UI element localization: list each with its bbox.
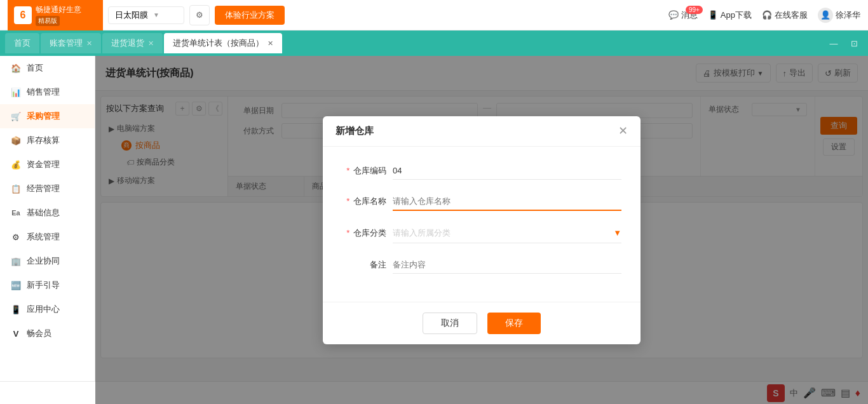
category-select[interactable]: 请输入所属分类 ▼ (393, 224, 621, 243)
purchase-icon: 🛒 (10, 111, 22, 122)
vip-icon: V (10, 328, 22, 339)
cancel-button[interactable]: 取消 (423, 313, 477, 334)
tab-bar: 首页 账套管理 ✕ 进货退货 ✕ 进货单统计表（按商品） ✕ — ⊡ (0, 30, 868, 56)
code-label: * 仓库编码 (342, 165, 393, 177)
inventory-icon: 📦 (10, 135, 22, 146)
sidebar-item-system[interactable]: ⚙ 系统管理 (0, 225, 95, 249)
sidebar-label-app: 应用中心 (27, 304, 60, 315)
headset-icon: 🎧 (762, 10, 772, 20)
operations-icon: 📋 (10, 183, 22, 194)
finance-icon: 💰 (10, 159, 22, 170)
dialog-close-button[interactable]: ✕ (618, 125, 628, 137)
message-button[interactable]: 💬 消息 99+ (668, 10, 698, 21)
sidebar-item-basic-info[interactable]: Ea 基础信息 (0, 201, 95, 225)
tab-minimize-button[interactable]: — (825, 34, 843, 52)
logo-area: 6 畅捷通好生意 精易版 (8, 0, 103, 30)
avatar-icon: 👤 (818, 8, 833, 23)
tab-stats-label: 进货单统计表（按商品） (173, 37, 264, 49)
warehouse-name-input[interactable] (393, 192, 621, 211)
sidebar-label-sales: 销售管理 (27, 86, 60, 98)
enterprise-icon: 🏢 (10, 255, 22, 267)
tab-stats-close[interactable]: ✕ (268, 39, 273, 48)
sales-icon: 📊 (10, 86, 22, 98)
message-badge: 99+ (686, 6, 703, 14)
sidebar-label-basic: 基础信息 (27, 207, 60, 219)
tab-account-label: 账套管理 (50, 37, 83, 49)
warehouse-category-row: * 仓库分类 请输入所属分类 ▼ (342, 224, 621, 243)
sidebar-label-guide: 新手引导 (27, 279, 60, 291)
sidebar-label-inventory: 库存核算 (27, 135, 60, 146)
add-warehouse-dialog: 新增仓库 ✕ * 仓库编码 (323, 116, 641, 344)
warehouse-code-input[interactable] (393, 162, 621, 180)
tab-return-close[interactable]: ✕ (148, 39, 154, 48)
sidebar-label-vip: 畅会员 (27, 328, 51, 339)
system-icon: ⚙ (10, 231, 22, 243)
app-center-icon: 📱 (10, 304, 22, 315)
warehouse-note-input[interactable] (393, 256, 621, 274)
sidebar-item-finance[interactable]: 💰 资金管理 (0, 152, 95, 177)
sidebar-label-system: 系统管理 (27, 231, 60, 243)
sidebar-label-home: 首页 (27, 62, 43, 74)
dialog-header: 新增仓库 ✕ (323, 116, 641, 147)
note-label: 备注 (342, 259, 393, 271)
tab-account[interactable]: 账套管理 ✕ (41, 33, 101, 53)
sidebar-item-guide[interactable]: 🆕 新手引导 (0, 273, 95, 297)
sidebar-label-enterprise: 企业协同 (27, 255, 60, 267)
guide-icon: 🆕 (10, 279, 22, 291)
category-label: * 仓库分类 (342, 227, 393, 239)
tab-home-label: 首页 (14, 37, 31, 49)
sidebar-item-operations[interactable]: 📋 经营管理 (0, 177, 95, 201)
sidebar-item-app-center[interactable]: 📱 应用中心 (0, 297, 95, 321)
tab-bar-actions: — ⊡ (825, 34, 863, 52)
header-right: 💬 消息 99+ 📱 App下载 🎧 在线客服 👤 徐泽华 (668, 8, 860, 23)
sidebar-label-finance: 资金管理 (27, 159, 60, 170)
store-name: 日太阳膜 (115, 10, 148, 21)
logo-tag: 精易版 (36, 16, 60, 26)
save-button[interactable]: 保存 (487, 313, 541, 334)
sidebar-item-enterprise[interactable]: 🏢 企业协同 (0, 249, 95, 273)
home-icon: 🏠 (10, 62, 22, 74)
username: 徐泽华 (836, 10, 860, 21)
sidebar-item-home[interactable]: 🏠 首页 (0, 56, 95, 80)
main-layout: 🏠 首页 📊 销售管理 🛒 采购管理 📦 库存核算 💰 资金管理 📋 经 (0, 56, 868, 404)
page-content: 进货单统计(按商品) 🖨 按模板打印 ▼ ↑ 导出 ↺ 刷新 (95, 56, 868, 404)
sidebar-item-sales[interactable]: 📊 销售管理 (0, 80, 95, 104)
dialog-overlay: 新增仓库 ✕ * 仓库编码 (95, 56, 868, 404)
dialog-footer: 取消 保存 (323, 302, 641, 344)
sidebar: 🏠 首页 📊 销售管理 🛒 采购管理 📦 库存核算 💰 资金管理 📋 经 (0, 56, 95, 404)
tab-expand-button[interactable]: ⊡ (845, 34, 863, 52)
tab-purchase-stats[interactable]: 进货单统计表（按商品） ✕ (164, 33, 282, 53)
app-label: App下载 (721, 10, 752, 21)
settings-button[interactable]: ⚙ (189, 5, 210, 25)
sidebar-label-operations: 经营管理 (27, 183, 60, 194)
message-icon: 💬 (668, 10, 679, 20)
gear-icon: ⚙ (196, 10, 203, 20)
online-service-button[interactable]: 🎧 在线客服 (762, 10, 808, 21)
dialog-title: 新增仓库 (336, 125, 374, 137)
service-label: 在线客服 (775, 10, 808, 21)
tab-purchase-return[interactable]: 进货退货 ✕ (102, 33, 163, 53)
logo-icon: 6 (14, 6, 32, 24)
chevron-down-icon: ▼ (613, 228, 621, 238)
sidebar-item-vip[interactable]: V 畅会员 (0, 321, 95, 346)
name-label: * 仓库名称 (342, 196, 393, 207)
tab-account-close[interactable]: ✕ (86, 39, 92, 48)
category-placeholder: 请输入所属分类 (393, 227, 451, 239)
store-selector[interactable]: 日太阳膜 ▼ (108, 6, 184, 24)
dialog-body: * 仓库编码 * 仓库名称 (323, 147, 641, 302)
top-header: 6 畅捷通好生意 精易版 日太阳膜 ▼ ⚙ 体验行业方案 💬 消息 99+ (0, 0, 868, 30)
user-menu-button[interactable]: 👤 徐泽华 (818, 8, 860, 23)
warehouse-code-row: * 仓库编码 (342, 162, 621, 180)
chevron-down-icon: ▼ (153, 11, 159, 18)
app-download-button[interactable]: 📱 App下载 (708, 10, 752, 21)
basic-info-icon: Ea (10, 207, 22, 219)
trial-button[interactable]: 体验行业方案 (215, 6, 285, 25)
sidebar-item-inventory[interactable]: 📦 库存核算 (0, 128, 95, 152)
warehouse-note-row: 备注 (342, 256, 621, 274)
tab-home[interactable]: 首页 (5, 33, 39, 53)
warehouse-name-row: * 仓库名称 (342, 192, 621, 211)
sidebar-label-purchase: 采购管理 (27, 111, 60, 122)
tab-return-label: 进货退货 (111, 37, 144, 49)
sidebar-item-purchase[interactable]: 🛒 采购管理 (0, 104, 95, 128)
logo-text: 畅捷通好生意 (36, 4, 81, 15)
